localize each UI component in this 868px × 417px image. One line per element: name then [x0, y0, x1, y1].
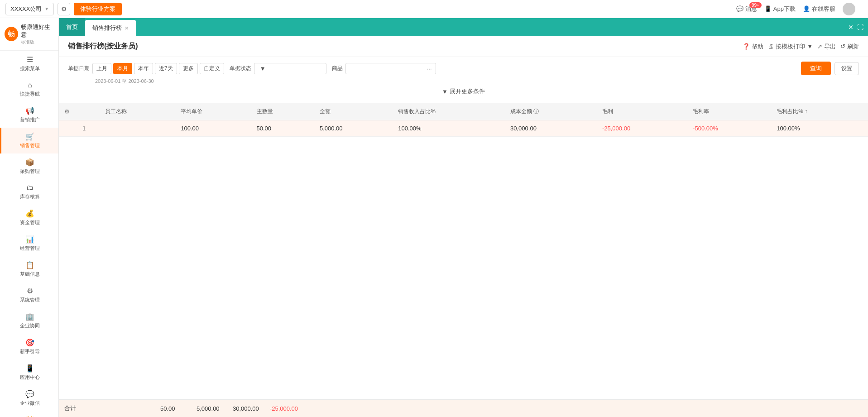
sidebar-item-label: 新手引导 — [20, 348, 40, 355]
col-rank — [77, 103, 100, 120]
sidebar-item-marketing[interactable]: 📢 营销推广 — [0, 102, 58, 128]
refresh-button[interactable]: ↺ 刷新 — [840, 43, 859, 51]
cell-settings — [59, 120, 77, 137]
refresh-icon: ↺ — [840, 43, 845, 50]
sidebar-item-sales[interactable]: 🛒 销售管理 — [0, 128, 58, 153]
col-cost: 成本全额 ⓘ — [505, 103, 597, 120]
sidebar-item-apps[interactable]: 📱 应用中心 — [0, 359, 58, 385]
tab-sales-rank[interactable]: 销售排行榜 ✕ — [85, 20, 136, 36]
table-row: 1 100.00 50.00 5,000.00 100.00% 30,000.0… — [59, 120, 868, 137]
sidebar-item-finance[interactable]: 💰 资金管理 — [0, 205, 58, 230]
query-button[interactable]: 查询 — [801, 62, 831, 75]
data-table: ⚙ 员工名称 平均单价 主数量 全额 销售收入占比% 成本全额 ⓘ 毛利 毛利率… — [59, 103, 868, 137]
cell-amount: 5,000.00 — [314, 120, 393, 137]
tab-maximize-icon[interactable]: ⛶ — [857, 24, 863, 31]
sidebar-item-guide[interactable]: 🎯 新手引导 — [0, 334, 58, 359]
sidebar-item-purchase[interactable]: 📦 采购管理 — [0, 153, 58, 179]
sidebar-item-member[interactable]: 👑 畅会员 — [0, 411, 58, 417]
date-btn-more[interactable]: 更多 — [179, 63, 198, 74]
date-btn-this-month[interactable]: 本月 — [113, 63, 132, 74]
setting-button[interactable]: 设置 — [834, 62, 859, 75]
page-title: 销售排行榜(按业务员) — [68, 42, 743, 51]
status-select[interactable]: ▼ — [254, 63, 326, 74]
sidebar-item-label: 搜索菜单 — [20, 65, 40, 72]
basics-icon: 📋 — [25, 261, 34, 269]
table-footer: 合计 50.00 5,000.00 30,000.00 -25,000.00 — [59, 399, 868, 417]
col-gross: 毛利 — [597, 103, 687, 120]
sidebar-item-inventory[interactable]: 🗂 库存核算 — [0, 179, 58, 205]
cell-avg-price: 100.00 — [175, 120, 251, 137]
tab-home[interactable]: 首页 — [59, 18, 85, 36]
goods-more-icon: ··· — [427, 65, 432, 72]
app-download-label: App下载 — [773, 5, 796, 13]
sidebar-item-system[interactable]: ⚙ 系统管理 — [0, 282, 58, 308]
sidebar-item-search-order[interactable]: ☰ 搜索菜单 — [0, 51, 58, 77]
trial-button[interactable]: 体验行业方案 — [74, 3, 122, 15]
finance-icon: 💰 — [25, 209, 34, 218]
expand-conditions-button[interactable]: ▼ 展开更多条件 — [68, 87, 859, 96]
date-filter: 单据日期 上月 本月 本年 近7天 更多 自定义 — [68, 63, 224, 74]
quick-nav-icon: ⌂ — [28, 81, 32, 89]
sidebar-item-quick-nav[interactable]: ⌂ 快捷导航 — [0, 77, 58, 102]
date-btn-7days[interactable]: 近7天 — [155, 63, 177, 74]
col-amount: 全额 — [314, 103, 393, 120]
sidebar-item-label: 系统管理 — [20, 297, 40, 303]
col-name: 员工名称 — [100, 103, 175, 120]
cell-sales-pct: 100.00% — [393, 120, 505, 137]
goods-input[interactable]: ··· — [345, 63, 436, 74]
system-icon: ⚙ — [27, 287, 33, 295]
date-btn-this-year[interactable]: 本年 — [134, 63, 153, 74]
wechat-icon: 💬 — [25, 390, 34, 398]
top-bar-left: XXXXX公司 ▼ ⚙ 体验行业方案 — [5, 3, 122, 15]
avatar[interactable] — [843, 3, 855, 15]
footer-quantity: 50.00 — [155, 405, 191, 412]
date-btn-custom[interactable]: 自定义 — [200, 63, 224, 74]
print-label: 按模板打印 — [776, 43, 805, 51]
close-icon[interactable]: ✕ — [125, 25, 129, 31]
logo-icon: 畅 — [5, 27, 18, 41]
logo-main-text: 畅康通好生意 — [21, 24, 54, 39]
logo-sub-text: 标准版 — [21, 39, 54, 45]
tab-spacer — [136, 18, 844, 36]
date-range-display: 2023-06-01 至 2023-06-30 — [95, 78, 154, 85]
cell-quantity: 50.00 — [251, 120, 314, 137]
logo-text: 畅康通好生意 标准版 — [21, 24, 54, 45]
sidebar-item-wechat[interactable]: 💬 企业微信 — [0, 385, 58, 411]
filter-bar: 单据日期 上月 本月 本年 近7天 更多 自定义 单据状态 — [59, 57, 868, 103]
footer-cost: 30,000.00 — [227, 405, 264, 412]
print-button[interactable]: 🖨 按模板打印 ▼ — [768, 43, 813, 51]
operations-icon: 📊 — [25, 235, 34, 244]
footer-label: 合计 — [64, 404, 155, 412]
date-btn-prev-month[interactable]: 上月 — [92, 63, 111, 74]
message-button[interactable]: 💬 消息 99+ — [736, 5, 757, 13]
company-selector[interactable]: XXXXX公司 ▼ — [5, 3, 54, 15]
sidebar-item-enterprise[interactable]: 🏢 企业协同 — [0, 308, 58, 334]
print-chevron-icon: ▼ — [807, 43, 813, 50]
search-order-icon: ☰ — [27, 55, 33, 64]
sidebar-item-label: 经营管理 — [20, 245, 40, 252]
sidebar-item-label: 资金管理 — [20, 219, 40, 226]
service-icon: 👤 — [803, 5, 810, 12]
goods-filter-label: 商品 — [332, 65, 343, 72]
footer-gross: -25,000.00 — [264, 405, 303, 412]
guide-icon: 🎯 — [25, 338, 34, 347]
tab-close-icon[interactable]: ✕ — [848, 24, 854, 31]
table-container: ⚙ 员工名称 平均单价 主数量 全额 销售收入占比% 成本全额 ⓘ 毛利 毛利率… — [59, 103, 868, 399]
cell-gross-rate: -500.00% — [687, 120, 771, 137]
apps-icon: 📱 — [25, 364, 34, 373]
col-settings[interactable]: ⚙ — [59, 103, 77, 120]
sidebar-item-basics[interactable]: 📋 基础信息 — [0, 256, 58, 282]
filter-actions: 查询 设置 — [801, 62, 859, 75]
app-download-button[interactable]: 📱 App下载 — [764, 5, 796, 13]
expand-label: 展开更多条件 — [450, 87, 485, 96]
message-badge: 99+ — [749, 2, 762, 8]
help-button[interactable]: ❓ 帮助 — [743, 43, 763, 51]
export-button[interactable]: ↗ 导出 — [817, 43, 836, 51]
sidebar-logo: 畅 畅康通好生意 标准版 — [0, 18, 58, 51]
cell-cost: 30,000.00 — [505, 120, 597, 137]
service-label: 在线客服 — [812, 5, 835, 13]
online-service-button[interactable]: 👤 在线客服 — [803, 5, 835, 13]
inventory-icon: 🗂 — [26, 184, 34, 192]
settings-icon[interactable]: ⚙ — [58, 3, 70, 15]
sidebar-item-operations[interactable]: 📊 经营管理 — [0, 230, 58, 256]
